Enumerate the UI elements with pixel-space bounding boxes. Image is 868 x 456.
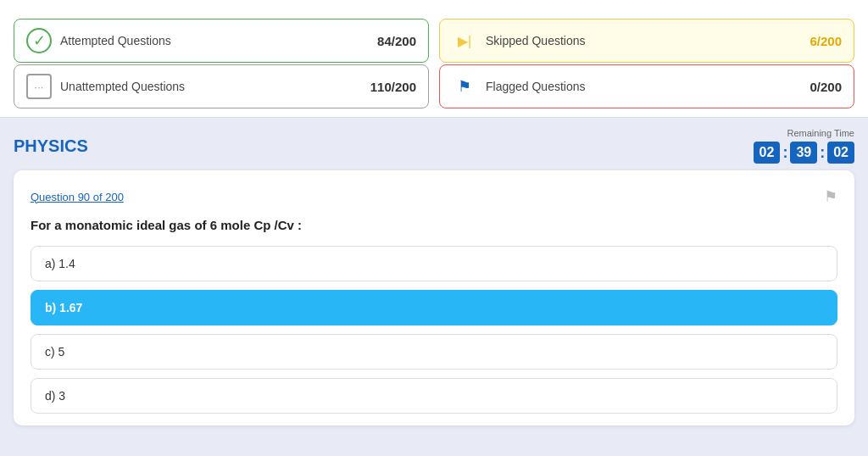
unattempted-icon: ··· — [26, 74, 52, 99]
timer-seconds: 02 — [827, 142, 854, 164]
question-card: Question 90 of 200 ⚑ For a monatomic ide… — [14, 170, 854, 425]
stat-attempted[interactable]: ✓ Attempted Questions 84/200 — [14, 19, 429, 63]
stat-flagged[interactable]: ⚑ Flagged Questions 0/200 — [439, 64, 854, 108]
timer-label: Remaining Time — [787, 128, 854, 138]
timer-digits: 02 : 39 : 02 — [754, 142, 854, 164]
question-text: For a monatomic ideal gas of 6 mole Cp /… — [31, 218, 837, 232]
flag-icon[interactable]: ⚑ — [824, 187, 837, 206]
unattempted-value: 110/200 — [370, 80, 416, 94]
timer-sep-1: : — [782, 144, 787, 162]
flagged-icon: ⚑ — [452, 74, 477, 99]
main-content: PHYSICS Remaining Time 02 : 39 : 02 Ques… — [0, 118, 868, 456]
stat-unattempted[interactable]: ··· Unattempted Questions 110/200 — [14, 64, 429, 108]
option-b[interactable]: b) 1.67 — [31, 290, 837, 325]
timer-hours: 02 — [754, 142, 781, 164]
section-header: PHYSICS Remaining Time 02 : 39 : 02 — [14, 118, 854, 170]
question-meta: Question 90 of 200 ⚑ — [31, 187, 837, 206]
timer-sep-2: : — [820, 144, 825, 162]
unattempted-label: Unattempted Questions — [60, 80, 362, 93]
skipped-icon: ▶| — [452, 28, 477, 53]
skipped-value: 6/200 — [810, 34, 842, 48]
question-number[interactable]: Question 90 of 200 — [31, 191, 124, 203]
top-bar: ✓ Attempted Questions 84/200 ▶| Skipped … — [0, 0, 868, 118]
attempted-value: 84/200 — [377, 34, 416, 48]
flagged-label: Flagged Questions — [486, 80, 801, 93]
options-list: a) 1.4 b) 1.67 c) 5 d) 3 — [31, 246, 837, 414]
skipped-label: Skipped Questions — [486, 34, 801, 47]
option-a[interactable]: a) 1.4 — [31, 246, 837, 281]
timer-minutes: 39 — [790, 142, 817, 164]
attempted-label: Attempted Questions — [60, 34, 369, 47]
section-title: PHYSICS — [14, 136, 88, 156]
stats-row-2: ··· Unattempted Questions 110/200 ⚑ Flag… — [14, 64, 854, 117]
stat-skipped[interactable]: ▶| Skipped Questions 6/200 — [439, 19, 854, 63]
timer-block: Remaining Time 02 : 39 : 02 — [754, 128, 854, 164]
option-d[interactable]: d) 3 — [31, 378, 837, 414]
stats-row: ✓ Attempted Questions 84/200 ▶| Skipped … — [14, 10, 854, 71]
attempted-icon: ✓ — [26, 28, 52, 53]
option-c[interactable]: c) 5 — [31, 334, 837, 370]
flagged-value: 0/200 — [810, 80, 842, 94]
